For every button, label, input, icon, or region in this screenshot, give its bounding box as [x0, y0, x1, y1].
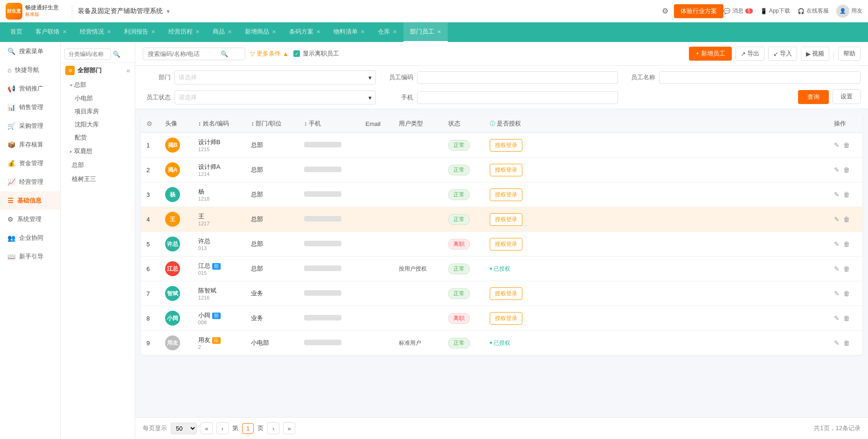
dept-select[interactable]: 请选择 ▾: [174, 70, 376, 84]
message-button[interactable]: 💬 消息 5: [723, 7, 753, 15]
delete-icon[interactable]: 🗑: [843, 240, 850, 248]
delete-icon[interactable]: 🗑: [843, 191, 850, 198]
auth-button[interactable]: 授权登录: [490, 312, 522, 325]
close-icon[interactable]: ✕: [437, 29, 441, 35]
close-icon[interactable]: ✕: [107, 29, 111, 35]
delete-icon[interactable]: 🗑: [843, 265, 850, 272]
close-icon[interactable]: ✕: [228, 29, 232, 35]
close-icon[interactable]: ✕: [361, 29, 365, 35]
edit-icon[interactable]: ✎: [834, 216, 840, 223]
collapse-icon[interactable]: «: [126, 67, 130, 74]
nav-tab-history[interactable]: 经营历程 ✕: [162, 22, 206, 42]
col-phone[interactable]: ↕ 手机: [299, 115, 360, 133]
delete-icon[interactable]: 🗑: [843, 290, 850, 297]
nav-tab-employees[interactable]: 部门员工 ✕: [403, 22, 448, 42]
edit-icon[interactable]: ✎: [834, 314, 840, 322]
edit-icon[interactable]: ✎: [834, 265, 840, 272]
export-button[interactable]: ↗ 导出: [736, 47, 764, 61]
view-button[interactable]: ▶ 视频: [801, 47, 829, 61]
next-page-button[interactable]: ›: [267, 422, 279, 434]
sidebar-item-collab[interactable]: 👥 企业协同: [0, 229, 60, 247]
close-icon[interactable]: ✕: [393, 29, 397, 35]
sidebar-item-operations[interactable]: 📈 经营管理: [0, 173, 60, 191]
edit-icon[interactable]: ✎: [834, 166, 840, 174]
auth-button[interactable]: 授权登录: [490, 164, 522, 176]
search-input[interactable]: [148, 50, 218, 57]
col-name[interactable]: ↕ 姓名/编码: [193, 115, 246, 133]
last-page-button[interactable]: »: [283, 422, 295, 434]
sidebar-item-search[interactable]: 🔍 搜索菜单: [0, 42, 60, 61]
nav-tab-barcode[interactable]: 条码方案 ✕: [283, 22, 327, 42]
col-dept[interactable]: ↕ 部门/职位: [245, 115, 299, 133]
sidebar-item-marketing[interactable]: 📢 营销推广: [0, 79, 60, 98]
sidebar-item-finance[interactable]: 💰 资金管理: [0, 154, 60, 173]
dept-search-input[interactable]: [64, 49, 111, 60]
sidebar-item-purchase[interactable]: 🛒 采购管理: [0, 117, 60, 135]
sidebar-item-system[interactable]: ⚙ 系统管理: [0, 210, 60, 229]
edit-icon[interactable]: ✎: [834, 240, 840, 248]
edit-icon[interactable]: ✎: [834, 290, 840, 297]
phone-input[interactable]: [417, 91, 618, 104]
sidebar-item-quicknav[interactable]: ⌂ 快捷导航: [0, 61, 60, 79]
dept-sub-peihuo[interactable]: 配货: [61, 131, 135, 144]
empname-input[interactable]: [659, 71, 861, 84]
show-departed-toggle[interactable]: ✓ 显示离职员工: [293, 49, 339, 58]
dept-sub-project[interactable]: 项目库房: [61, 105, 135, 118]
dept-search-icon[interactable]: 🔍: [113, 51, 120, 58]
delete-icon[interactable]: 🗑: [843, 314, 850, 322]
delete-icon[interactable]: 🗑: [843, 339, 850, 347]
sidebar-item-basic[interactable]: ☰ 基础信息: [0, 191, 60, 210]
prev-page-button[interactable]: ‹: [216, 422, 229, 434]
sidebar-item-guide[interactable]: 📖 新手引导: [0, 247, 60, 266]
sidebar-item-inventory[interactable]: 📦 库存核算: [0, 135, 60, 154]
nav-tab-add-goods[interactable]: 新增商品 ✕: [238, 22, 283, 42]
close-icon[interactable]: ✕: [62, 29, 67, 35]
dept-item-zongbu2[interactable]: 总部: [61, 158, 135, 172]
empcode-input[interactable]: [417, 71, 618, 84]
nav-tab-profit[interactable]: 利润报告 ✕: [118, 22, 162, 42]
dept-item-zhishu[interactable]: 植树王三: [61, 172, 135, 186]
auth-button[interactable]: 授权登录: [490, 213, 522, 226]
delete-icon[interactable]: 🗑: [843, 166, 850, 174]
auth-button[interactable]: 授权登录: [490, 238, 522, 251]
import-button[interactable]: ↙ 导入: [768, 47, 797, 61]
nav-tab-warehouse[interactable]: 仓库 ✕: [371, 22, 403, 42]
search-input-wrapper[interactable]: 🔍: [143, 48, 245, 60]
query-button[interactable]: 查询: [798, 90, 829, 104]
app-download-button[interactable]: 📱 App下载: [760, 7, 790, 15]
nav-tab-home[interactable]: 首页: [4, 22, 29, 42]
online-service-button[interactable]: 🎧 在线客服: [798, 7, 829, 15]
nav-tab-bom[interactable]: 物料清单 ✕: [327, 22, 371, 42]
dept-item-shuanglusiang[interactable]: ▸ 双鹿想: [61, 144, 135, 158]
delete-icon[interactable]: 🗑: [843, 141, 850, 149]
dept-sub-shenyang[interactable]: 沈阳大库: [61, 118, 135, 131]
settings-button[interactable]: 设置: [833, 89, 861, 104]
per-page-select[interactable]: 50 100 200: [171, 423, 197, 434]
edit-icon[interactable]: ✎: [834, 191, 840, 198]
auth-button[interactable]: 授权登录: [490, 188, 522, 201]
first-page-button[interactable]: «: [201, 422, 213, 434]
status-select[interactable]: 请选择 ▾: [174, 91, 376, 105]
auth-button[interactable]: 授权登录: [490, 139, 522, 152]
sidebar-item-sales[interactable]: 📊 销售管理: [0, 98, 60, 117]
edit-icon[interactable]: ✎: [834, 141, 840, 149]
nav-tab-customers[interactable]: 客户联络 ✕: [29, 22, 73, 42]
dept-sub-xiaodibu[interactable]: 小电部: [61, 92, 135, 105]
close-icon[interactable]: ✕: [151, 29, 155, 35]
close-icon[interactable]: ✕: [272, 29, 276, 35]
trial-button[interactable]: 体验行业方案: [674, 4, 723, 18]
user-avatar[interactable]: 👤 用友: [836, 5, 862, 18]
nav-tab-goods[interactable]: 商品 ✕: [206, 22, 238, 42]
edit-icon[interactable]: ✎: [834, 339, 840, 347]
help-button[interactable]: 帮助: [838, 47, 861, 61]
more-filter-button[interactable]: ▽ 更多条件 ▲: [250, 49, 289, 58]
search-icon[interactable]: 🔍: [221, 50, 228, 57]
close-icon[interactable]: ✕: [195, 29, 200, 35]
close-icon[interactable]: ✕: [316, 29, 320, 35]
settings-icon[interactable]: ⚙: [662, 7, 668, 15]
col-settings[interactable]: ⚙: [141, 115, 160, 133]
auth-button[interactable]: 授权登录: [490, 287, 522, 300]
nav-tab-operations[interactable]: 经营情况 ✕: [73, 22, 118, 42]
add-employee-button[interactable]: + 新增员工: [689, 47, 731, 61]
delete-icon[interactable]: 🗑: [843, 216, 850, 223]
